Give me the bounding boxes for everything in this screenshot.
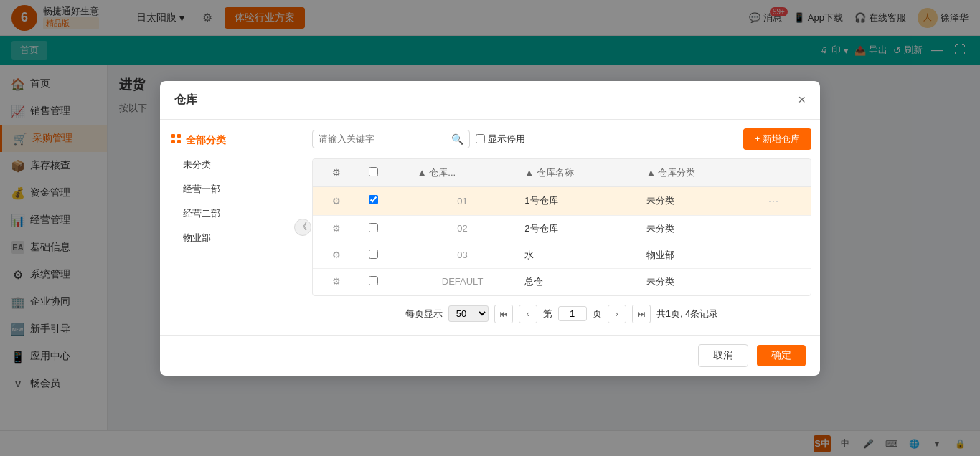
row-checkbox[interactable]	[369, 276, 378, 285]
settings-cell: ⚙	[313, 268, 360, 295]
warehouse-category: 未分类	[638, 268, 760, 295]
search-icon: 🔍	[451, 133, 463, 145]
next-page-button[interactable]: ›	[608, 305, 626, 323]
th-name[interactable]: ▲ 仓库名称	[516, 159, 638, 187]
table: ⚙ ▲ 仓库... ▲ 仓库名称	[313, 159, 811, 295]
category-header[interactable]: 全部分类	[160, 128, 303, 153]
category-item-ops2[interactable]: 经营二部	[160, 201, 303, 226]
dialog-title: 仓库	[174, 92, 197, 108]
warehouse-name: 水	[516, 242, 638, 268]
modal-overlay: 仓库 × 《 全部分类	[0, 0, 980, 456]
table-row[interactable]: ⚙ 03 水 物业部	[313, 242, 811, 268]
th-code[interactable]: ▲ 仓库...	[409, 159, 517, 187]
table-row[interactable]: ⚙ 01 1号仓库 未分类 ···	[313, 186, 811, 215]
settings-cell: ⚙	[313, 186, 360, 215]
page-number-input[interactable]	[558, 306, 587, 321]
grid-icon	[171, 134, 182, 146]
row-settings-icon[interactable]: ⚙	[321, 196, 352, 206]
table-header-row: ⚙ ▲ 仓库... ▲ 仓库名称	[313, 159, 811, 187]
warehouse-name: 2号仓库	[516, 215, 638, 242]
add-warehouse-button[interactable]: + 新增仓库	[743, 128, 811, 150]
row-num: 01	[409, 186, 517, 215]
svg-rect-2	[171, 140, 175, 143]
more-icon[interactable]: ···	[768, 194, 778, 208]
row-settings-icon[interactable]: ⚙	[321, 276, 352, 287]
warehouse-name: 1号仓库	[516, 186, 638, 215]
row-num: DEFAULT	[409, 268, 517, 295]
category-panel: 《 全部分类 未分类 经营一部 经营二部 物业部	[160, 120, 303, 335]
warehouse-category: 未分类	[638, 215, 760, 242]
search-input[interactable]	[319, 133, 448, 144]
page-size-select[interactable]: 50 100	[448, 305, 489, 322]
row-checkbox[interactable]	[369, 223, 378, 232]
warehouse-table: ⚙ ▲ 仓库... ▲ 仓库名称	[312, 158, 811, 296]
category-item-unclassified[interactable]: 未分类	[160, 153, 303, 177]
svg-rect-0	[171, 134, 175, 138]
warehouse-category: 物业部	[638, 242, 760, 268]
confirm-button[interactable]: 确定	[757, 345, 806, 366]
prev-page-button[interactable]: ‹	[519, 305, 537, 323]
dialog-footer: 取消 确定	[160, 335, 820, 376]
warehouse-dialog: 仓库 × 《 全部分类	[160, 81, 820, 376]
table-row[interactable]: ⚙ DEFAULT 总仓 未分类	[313, 268, 811, 295]
row-more	[759, 268, 811, 295]
svg-rect-3	[177, 140, 181, 143]
th-more	[759, 159, 811, 187]
settings-cell: ⚙	[313, 242, 360, 268]
row-num: 03	[409, 242, 517, 268]
table-row[interactable]: ⚙ 02 2号仓库 未分类	[313, 215, 811, 242]
show-disabled-label[interactable]: 显示停用	[476, 133, 525, 146]
category-item-ops1[interactable]: 经营一部	[160, 177, 303, 201]
th-settings: ⚙	[313, 159, 360, 187]
first-page-button[interactable]: ⏮	[494, 305, 513, 323]
row-num: 02	[409, 215, 517, 242]
category-item-property[interactable]: 物业部	[160, 226, 303, 250]
warehouse-name: 总仓	[516, 268, 638, 295]
row-settings-icon[interactable]: ⚙	[321, 250, 352, 260]
dialog-header: 仓库 ×	[160, 81, 820, 120]
right-panel: 🔍 显示停用 + 新增仓库 ⚙	[303, 120, 820, 335]
checkbox-cell	[360, 215, 409, 242]
row-checkbox[interactable]	[369, 250, 378, 259]
checkbox-cell	[360, 268, 409, 295]
table-body: ⚙ 01 1号仓库 未分类 ··· ⚙ 02 2号仓库 未分类	[313, 186, 811, 295]
row-more: ···	[759, 186, 811, 215]
search-input-wrap: 🔍	[312, 130, 470, 148]
row-checkbox[interactable]	[369, 195, 378, 204]
row-settings-icon[interactable]: ⚙	[321, 223, 352, 234]
row-more	[759, 215, 811, 242]
th-checkbox	[360, 159, 409, 187]
pagination: 每页显示 50 100 ⏮ ‹ 第 页 › ⏭ 共1页, 4条记录	[312, 296, 811, 326]
close-icon[interactable]: ×	[798, 93, 806, 106]
warehouse-category: 未分类	[638, 186, 760, 215]
checkbox-cell	[360, 186, 409, 215]
settings-cell: ⚙	[313, 215, 360, 242]
dialog-body: 《 全部分类 未分类 经营一部 经营二部 物业部	[160, 120, 820, 335]
panel-collapse-button[interactable]: 《	[294, 219, 311, 236]
show-disabled-checkbox[interactable]	[476, 134, 485, 143]
search-bar: 🔍 显示停用 + 新增仓库	[312, 128, 811, 150]
row-more	[759, 242, 811, 268]
cancel-button[interactable]: 取消	[698, 344, 748, 367]
checkbox-cell	[360, 242, 409, 268]
svg-rect-1	[177, 134, 181, 138]
th-category[interactable]: ▲ 仓库分类	[638, 159, 760, 187]
last-page-button[interactable]: ⏭	[632, 305, 651, 323]
select-all-checkbox[interactable]	[369, 167, 378, 176]
